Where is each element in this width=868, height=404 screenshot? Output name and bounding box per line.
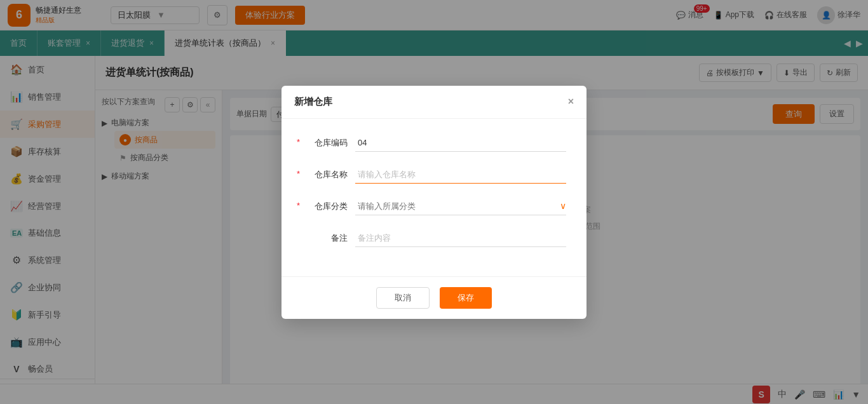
- modal-close-btn[interactable]: ×: [568, 96, 574, 107]
- modal-overlay: 新增仓库 × 仓库编码 仓库名称 仓库分类 ∨: [0, 0, 868, 404]
- remark-input[interactable]: [355, 229, 566, 247]
- warehouse-name-label: 仓库名称: [302, 169, 348, 180]
- warehouse-category-label: 仓库分类: [302, 201, 348, 212]
- new-warehouse-modal: 新增仓库 × 仓库编码 仓库名称 仓库分类 ∨: [281, 86, 587, 319]
- remark-label: 备注: [302, 232, 348, 244]
- save-button[interactable]: 保存: [440, 287, 492, 309]
- form-item-warehouse-code: 仓库编码: [302, 134, 566, 152]
- form-item-warehouse-category: 仓库分类 ∨: [302, 198, 566, 215]
- modal-footer: 取消 保存: [281, 276, 587, 319]
- category-dropdown-arrow[interactable]: ∨: [560, 201, 566, 211]
- warehouse-category-select-wrapper: ∨: [355, 198, 566, 215]
- warehouse-category-input[interactable]: [355, 198, 560, 215]
- form-item-warehouse-name: 仓库名称: [302, 166, 566, 184]
- warehouse-name-input[interactable]: [355, 166, 566, 184]
- modal-header: 新增仓库 ×: [281, 86, 587, 119]
- warehouse-code-label: 仓库编码: [302, 137, 348, 149]
- form-item-remark: 备注: [302, 229, 566, 247]
- modal-title: 新增仓库: [294, 96, 332, 108]
- warehouse-code-input[interactable]: [355, 134, 566, 152]
- modal-body: 仓库编码 仓库名称 仓库分类 ∨ 备注: [281, 119, 587, 276]
- cancel-button[interactable]: 取消: [376, 287, 430, 309]
